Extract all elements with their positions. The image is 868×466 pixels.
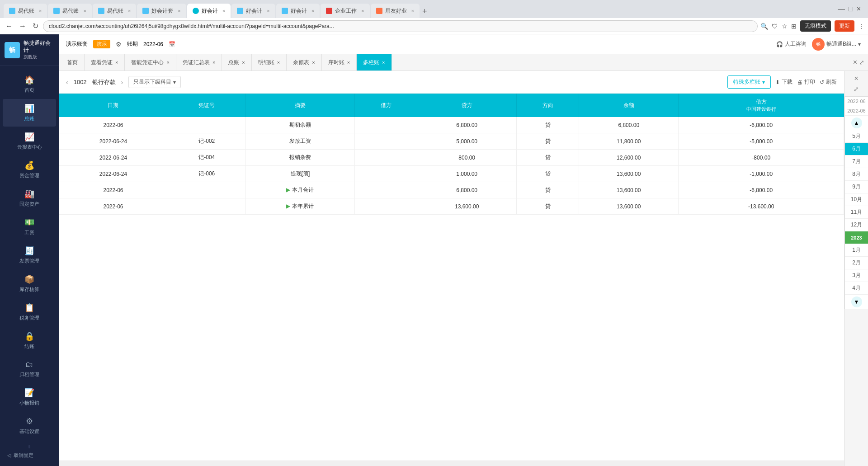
- tab-close-9[interactable]: ×: [411, 8, 414, 14]
- tab-close-2[interactable]: ×: [83, 8, 86, 14]
- month-item-8[interactable]: 8月: [845, 168, 868, 181]
- update-button[interactable]: 更新: [835, 20, 854, 32]
- tab-ledger-close[interactable]: ×: [242, 60, 245, 65]
- sidebar-item-expense[interactable]: 📝 小畅报销: [3, 383, 56, 411]
- filter-dropdown[interactable]: 只显示下级科目 ▾: [128, 76, 181, 88]
- sidebar-item-salary[interactable]: 💵 工资: [3, 213, 56, 240]
- sidebar-item-funds[interactable]: 💰 资金管理: [3, 156, 56, 184]
- tab-summary-close[interactable]: ×: [212, 60, 215, 65]
- tab-panel-expand[interactable]: ⤢: [859, 59, 864, 66]
- browser-tab-5[interactable]: 好会计 ×: [187, 4, 231, 18]
- address-bar[interactable]: [43, 20, 758, 32]
- tab-favicon-8: [326, 8, 332, 14]
- month-item-9[interactable]: 9月: [845, 181, 868, 193]
- maximize-button[interactable]: □: [849, 5, 853, 13]
- tab-summary[interactable]: 凭证汇总表 ×: [176, 54, 222, 71]
- sidebar-item-reports[interactable]: 📈 云报表中心: [3, 127, 56, 155]
- tab-close-6[interactable]: ×: [267, 8, 269, 14]
- print-button[interactable]: 🖨 打印: [797, 78, 815, 86]
- tab-balance[interactable]: 余额表 ×: [287, 54, 321, 71]
- tab-close-8[interactable]: ×: [361, 8, 364, 14]
- tab-smart[interactable]: 智能凭证中心 ×: [125, 54, 176, 71]
- new-tab-button[interactable]: +: [420, 5, 429, 18]
- browser-tab-1[interactable]: 易代账 ×: [4, 4, 47, 18]
- month-item-6[interactable]: 6月: [845, 143, 868, 155]
- month-item-7[interactable]: 7月: [845, 155, 868, 168]
- tab-detail[interactable]: 明细账 ×: [252, 54, 287, 71]
- extensions-icon[interactable]: ⊞: [791, 23, 797, 30]
- tab-sequence[interactable]: 序时账 ×: [322, 54, 357, 71]
- tab-balance-close[interactable]: ×: [312, 60, 315, 65]
- tab-panel-close[interactable]: ×: [853, 58, 857, 66]
- sidebar-item-invoice[interactable]: 🧾 发票管理: [3, 241, 56, 269]
- bookmark-icon[interactable]: ☆: [782, 23, 788, 30]
- month-item-5[interactable]: 5月: [845, 130, 868, 143]
- sidebar-item-tax[interactable]: 📋 税务管理: [3, 298, 56, 326]
- tab-close-5[interactable]: ×: [222, 8, 225, 14]
- panel-expand-button[interactable]: ⤢: [854, 85, 859, 93]
- cell-voucher-link[interactable]: 记-004: [168, 150, 245, 166]
- more-menu-icon[interactable]: ⋮: [858, 23, 864, 30]
- refresh-button[interactable]: ↺ 刷新: [820, 78, 837, 86]
- tab-close-3[interactable]: ×: [128, 8, 131, 14]
- unpin-button[interactable]: ◁ 取消固定: [4, 448, 55, 462]
- settings-gear-icon[interactable]: ⚙: [116, 41, 122, 48]
- incognito-button[interactable]: 无痕模式: [800, 20, 831, 32]
- month-item-2023-3[interactable]: 3月: [845, 269, 868, 282]
- browser-tab-4[interactable]: 好会计套 ×: [137, 4, 186, 18]
- sidebar-item-closing[interactable]: 🔒 结账: [3, 327, 56, 354]
- tab-close-7[interactable]: ×: [311, 8, 314, 14]
- month-item-2023-4[interactable]: 4月: [845, 282, 868, 295]
- cell-voucher-link[interactable]: 记-006: [168, 166, 245, 182]
- account-prev-button[interactable]: ‹: [66, 79, 68, 86]
- month-item-2023-2[interactable]: 2月: [845, 257, 868, 269]
- panel-close-button[interactable]: ×: [854, 75, 858, 83]
- cell-voucher-link[interactable]: 记-002: [168, 133, 245, 150]
- browser-tab-3[interactable]: 易代账 ×: [93, 4, 136, 18]
- tab-close-4[interactable]: ×: [178, 8, 180, 14]
- tab-ledger[interactable]: 总账 ×: [222, 54, 251, 71]
- search-icon[interactable]: 🔍: [760, 23, 768, 30]
- user-menu[interactable]: 畅 畅通通B组... ▾: [812, 38, 861, 51]
- browser-tab-6[interactable]: 好会计 ×: [231, 4, 275, 18]
- tab-label-6: 好会计: [246, 7, 262, 15]
- close-window-button[interactable]: ×: [857, 5, 861, 13]
- back-button[interactable]: ←: [4, 21, 14, 31]
- shield-icon[interactable]: 🛡: [772, 23, 778, 30]
- sidebar-item-ledger[interactable]: 📊 总账: [3, 99, 56, 127]
- sidebar-item-archive[interactable]: 🗂 归档管理: [3, 355, 56, 382]
- month-item-12[interactable]: 12月: [845, 219, 868, 231]
- month-item-2023-1[interactable]: 1月: [845, 244, 868, 257]
- browser-tab-2[interactable]: 易代账 ×: [48, 4, 91, 18]
- forward-button[interactable]: →: [17, 21, 28, 31]
- browser-tab-7[interactable]: 好会计 ×: [276, 4, 320, 18]
- minimize-button[interactable]: —: [838, 5, 845, 13]
- consult-button[interactable]: 🎧 人工咨询: [776, 40, 807, 48]
- reload-button[interactable]: ↻: [31, 21, 40, 31]
- tab-label-7: 好会计: [291, 7, 307, 15]
- browser-tab-9[interactable]: 用友好业 ×: [371, 4, 420, 18]
- tab-detail-close[interactable]: ×: [277, 60, 280, 65]
- special-multi-button[interactable]: 特殊多栏账 ▾: [727, 75, 771, 89]
- tab-vouchers-close[interactable]: ×: [115, 60, 118, 65]
- tab-sequence-close[interactable]: ×: [347, 60, 350, 65]
- tab-vouchers[interactable]: 查看凭证 ×: [85, 54, 125, 71]
- tab-close-1[interactable]: ×: [39, 8, 42, 14]
- sidebar-item-settings[interactable]: ⚙ 基础设置: [3, 412, 56, 439]
- browser-tab-8[interactable]: 企业工作 ×: [321, 4, 369, 18]
- month-item-10[interactable]: 10月: [845, 193, 868, 206]
- horizontal-scrollbar[interactable]: [59, 461, 844, 466]
- tab-home[interactable]: 首页: [61, 54, 85, 71]
- account-next-button[interactable]: ›: [121, 79, 123, 86]
- tab-smart-close[interactable]: ×: [166, 60, 169, 65]
- tab-multicolumn[interactable]: 多栏账 ×: [357, 54, 392, 71]
- sidebar-item-inventory[interactable]: 📦 库存核算: [3, 270, 56, 297]
- tab-multicolumn-close[interactable]: ×: [382, 60, 385, 65]
- sidebar-item-home[interactable]: 🏠 首页: [3, 71, 56, 98]
- calendar-icon[interactable]: 📅: [169, 41, 175, 47]
- sidebar-item-assets[interactable]: 🏭 固定资产: [3, 184, 56, 212]
- month-item-11[interactable]: 11月: [845, 206, 868, 219]
- download-button[interactable]: ⬇ 下载: [775, 78, 793, 86]
- month-scroll-up[interactable]: ▲: [851, 118, 862, 128]
- month-scroll-down[interactable]: ▼: [851, 297, 862, 307]
